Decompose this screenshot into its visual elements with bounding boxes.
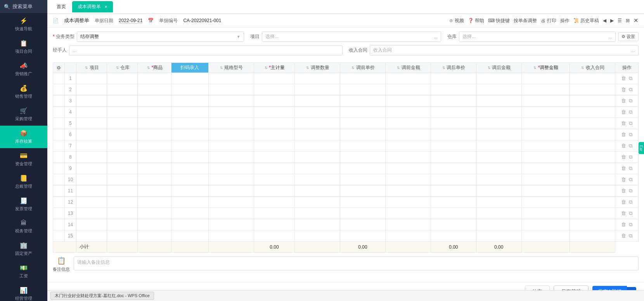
row-copy-button[interactable]: ⧉ xyxy=(628,209,633,217)
row-income-contract-cell[interactable] xyxy=(570,140,615,152)
row-scan-cell[interactable] xyxy=(171,219,208,230)
row-income-contract-cell[interactable] xyxy=(570,118,615,129)
row-pre-amount-cell[interactable] xyxy=(385,152,431,163)
row-post-amount-cell[interactable] xyxy=(476,118,521,129)
sidebar-item-ops-mgmt[interactable]: 📊经营管理 xyxy=(0,283,47,301)
row-unit-cell[interactable] xyxy=(254,107,294,118)
row-pre-price-cell[interactable] xyxy=(340,208,386,219)
row-product-cell[interactable] xyxy=(138,185,171,197)
row-copy-button[interactable]: ⧉ xyxy=(628,108,633,116)
row-pre-amount-cell[interactable] xyxy=(385,185,431,197)
row-copy-button[interactable]: ⧉ xyxy=(628,74,633,82)
tab-cost-adjust[interactable]: 成本调整单 ✕ xyxy=(72,1,113,12)
row-adj-amount-cell[interactable] xyxy=(521,129,570,140)
sidebar-item-purchase-mgmt[interactable]: 🛒采购管理 xyxy=(0,103,47,126)
notes-input[interactable]: 请输入备注信息 xyxy=(74,256,639,270)
row-pre-amount-cell[interactable] xyxy=(385,197,431,208)
row-spec-cell[interactable] xyxy=(208,163,254,174)
row-delete-button[interactable]: 🗑 xyxy=(620,232,627,239)
row-warehouse-cell[interactable] xyxy=(107,95,138,107)
row-product-cell[interactable] xyxy=(138,73,171,84)
toolbar-ops[interactable]: 操作 xyxy=(560,17,570,24)
row-unit-cell[interactable] xyxy=(254,84,294,95)
sidebar-item-ledger-mgmt[interactable]: 📒总账管理 xyxy=(0,171,47,193)
row-adj-amount-cell[interactable] xyxy=(521,107,570,118)
row-post-price-cell[interactable] xyxy=(431,185,476,197)
row-adj-qty-cell[interactable] xyxy=(295,174,340,185)
row-project-cell[interactable] xyxy=(76,152,107,163)
row-adj-qty-cell[interactable] xyxy=(295,185,340,197)
row-adj-amount-cell[interactable] xyxy=(521,174,570,185)
row-project-cell[interactable] xyxy=(76,95,107,107)
row-delete-button[interactable]: 🗑 xyxy=(620,164,627,172)
row-copy-button[interactable]: ⧉ xyxy=(628,176,633,183)
row-delete-button[interactable]: 🗑 xyxy=(620,209,627,217)
toolbar-video[interactable]: ⊙ 视频 xyxy=(449,17,464,24)
row-unit-cell[interactable] xyxy=(254,219,294,230)
row-adj-qty-cell[interactable] xyxy=(295,107,340,118)
row-unit-cell[interactable] xyxy=(254,208,294,219)
row-adj-qty-cell[interactable] xyxy=(295,129,340,140)
row-warehouse-cell[interactable] xyxy=(107,185,138,197)
row-copy-button[interactable]: ⧉ xyxy=(628,187,633,195)
tab-close-icon[interactable]: ✕ xyxy=(104,5,107,9)
business-type-input[interactable]: 结存调整 ▼ xyxy=(77,31,244,42)
row-copy-button[interactable]: ⧉ xyxy=(628,97,633,105)
row-post-amount-cell[interactable] xyxy=(476,174,521,185)
row-adj-qty-cell[interactable] xyxy=(295,230,340,242)
row-product-cell[interactable] xyxy=(138,163,171,174)
row-warehouse-cell[interactable] xyxy=(107,219,138,230)
tab-home[interactable]: 首页 xyxy=(51,1,71,12)
row-scan-cell[interactable] xyxy=(171,84,208,95)
row-product-cell[interactable] xyxy=(138,197,171,208)
row-unit-cell[interactable] xyxy=(254,185,294,197)
row-post-amount-cell[interactable] xyxy=(476,163,521,174)
row-scan-cell[interactable] xyxy=(171,73,208,84)
row-product-cell[interactable] xyxy=(138,152,171,163)
row-pre-amount-cell[interactable] xyxy=(385,219,431,230)
row-pre-amount-cell[interactable] xyxy=(385,163,431,174)
row-project-cell[interactable] xyxy=(76,174,107,185)
row-adj-qty-cell[interactable] xyxy=(295,118,340,129)
row-unit-cell[interactable] xyxy=(254,163,294,174)
row-post-amount-cell[interactable] xyxy=(476,152,521,163)
row-unit-cell[interactable] xyxy=(254,152,294,163)
row-post-amount-cell[interactable] xyxy=(476,219,521,230)
row-warehouse-cell[interactable] xyxy=(107,152,138,163)
row-adj-qty-cell[interactable] xyxy=(295,84,340,95)
row-delete-button[interactable]: 🗑 xyxy=(620,131,627,138)
nav-prev-icon[interactable]: ◀ xyxy=(603,18,606,23)
row-pre-amount-cell[interactable] xyxy=(385,230,431,242)
toolbar-history[interactable]: 📜 历史草稿 xyxy=(573,17,599,24)
row-unit-cell[interactable] xyxy=(254,197,294,208)
row-warehouse-cell[interactable] xyxy=(107,174,138,185)
row-adj-amount-cell[interactable] xyxy=(521,152,570,163)
row-pre-amount-cell[interactable] xyxy=(385,107,431,118)
row-scan-cell[interactable] xyxy=(171,140,208,152)
search-menu[interactable]: 🔍 搜索菜单 xyxy=(0,0,47,13)
row-scan-cell[interactable] xyxy=(171,95,208,107)
row-delete-button[interactable]: 🗑 xyxy=(620,176,627,183)
row-adj-amount-cell[interactable] xyxy=(521,95,570,107)
row-post-price-cell[interactable] xyxy=(431,73,476,84)
row-unit-cell[interactable] xyxy=(254,73,294,84)
row-warehouse-cell[interactable] xyxy=(107,118,138,129)
row-post-amount-cell[interactable] xyxy=(476,73,521,84)
row-delete-button[interactable]: 🗑 xyxy=(620,198,627,206)
row-unit-cell[interactable] xyxy=(254,174,294,185)
row-post-amount-cell[interactable] xyxy=(476,129,521,140)
row-copy-button[interactable]: ⧉ xyxy=(628,198,633,206)
row-product-cell[interactable] xyxy=(138,219,171,230)
row-product-cell[interactable] xyxy=(138,140,171,152)
row-product-cell[interactable] xyxy=(138,174,171,185)
row-pre-amount-cell[interactable] xyxy=(385,84,431,95)
row-adj-amount-cell[interactable] xyxy=(521,163,570,174)
row-spec-cell[interactable] xyxy=(208,197,254,208)
row-adj-qty-cell[interactable] xyxy=(295,152,340,163)
row-pre-price-cell[interactable] xyxy=(340,140,386,152)
sidebar-item-payroll[interactable]: 💵工资 xyxy=(0,260,47,283)
row-project-cell[interactable] xyxy=(76,163,107,174)
row-spec-cell[interactable] xyxy=(208,230,254,242)
row-post-price-cell[interactable] xyxy=(431,140,476,152)
date-value[interactable]: 2022-09-21 xyxy=(119,18,142,24)
